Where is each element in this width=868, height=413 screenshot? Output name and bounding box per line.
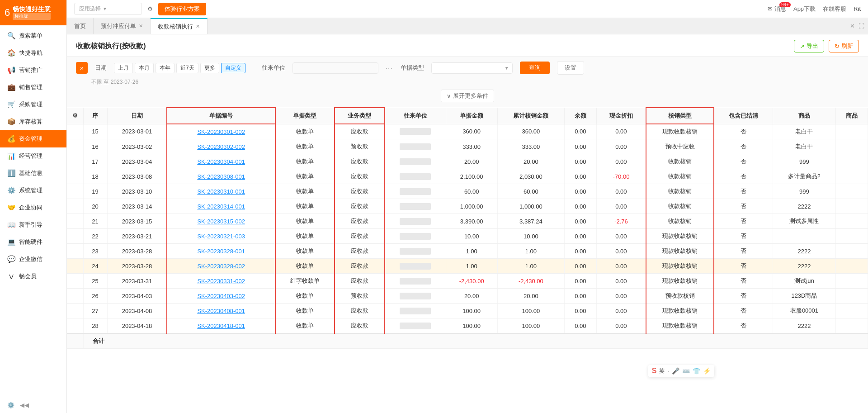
doc-no-link[interactable]: SK-20230328-001 [197,248,245,255]
doc-no-link[interactable]: SK-20230315-002 [197,218,245,225]
message-badge[interactable]: ✉ 消息 99+ [768,5,786,13]
table-row: 16 2023-03-02 SK-20230302-002 收款单 预收款 33… [67,139,868,154]
query-button[interactable]: 查询 [520,62,550,74]
doc-no-link[interactable]: SK-20230301-002 [197,128,245,135]
cell-settings[interactable] [67,184,83,199]
doc-type-select[interactable] [431,62,513,74]
partner-input[interactable] [292,62,378,74]
app-download-link[interactable]: App下载 [793,5,816,13]
th-settings[interactable]: ⚙ [67,108,83,124]
newbie-icon: 📖 [7,221,15,229]
cell-doc-no: SK-20230321-003 [167,229,275,244]
export-button[interactable]: ↗ 导出 [794,40,824,52]
app-select[interactable]: 应用选择 ▼ [74,3,142,15]
sidebar-item-system[interactable]: ⚙️ 系统管理 [0,182,66,199]
doc-no-link[interactable]: SK-20230328-002 [197,263,245,270]
date-buttons: 上月 本月 本年 近7天 更多 自定义 [114,63,245,73]
page-header: 收款核销执行(按收款) ↗ 导出 ↻ 刷新 [67,34,868,57]
cell-settings[interactable] [67,304,83,318]
tab-home[interactable]: 首页 [67,18,94,34]
expand-tab-icon[interactable]: ⛶ [859,23,864,29]
date-btn-this-year[interactable]: 本年 [156,63,175,73]
cell-goods2 [836,259,868,274]
doc-no-link[interactable]: SK-20230310-001 [197,188,245,195]
sidebar-item-basics[interactable]: ℹ️ 基础信息 [0,165,66,182]
cell-settings[interactable] [67,244,83,259]
cell-settings[interactable] [67,169,83,184]
marketing-icon: 📢 [7,66,15,74]
sidebar-item-label: 企业协同 [19,204,42,212]
sidebar-item-inventory[interactable]: 📦 库存核算 [0,113,66,130]
member-icon: V [7,273,15,280]
settings-button[interactable]: 设置 [557,61,584,75]
sidebar-item-enterprise[interactable]: 🤝 企业协同 [0,199,66,216]
sidebar-item-label: 资金管理 [19,135,42,143]
date-btn-7days[interactable]: 近7天 [176,63,198,73]
cell-settings[interactable] [67,199,83,214]
cell-include-settled: 否 [714,139,773,154]
sidebar-item-member[interactable]: V 畅会员 [0,268,66,285]
sidebar-item-quick-nav[interactable]: 🏠 快捷导航 [0,44,66,62]
expand-conditions-button[interactable]: ∨ 展开更多条件 [441,90,494,102]
cell-settings[interactable] [67,124,83,139]
cell-date: 2023-03-15 [107,214,167,229]
solution-button[interactable]: 体验行业方案 [158,3,206,15]
cell-settings[interactable] [67,139,83,154]
sidebar-item-marketing[interactable]: 📢 营销推广 [0,62,66,79]
sidebar-item-newbie[interactable]: 📖 新手引导 [0,216,66,233]
filter-toggle-button[interactable]: » [76,62,88,74]
doc-no-link[interactable]: SK-20230321-003 [197,233,245,240]
sidebar-item-finance[interactable]: 💰 资金管理 [0,130,66,147]
doc-no-link[interactable]: SK-20230314-001 [197,203,245,210]
collapse-icon[interactable]: ◀◀ [20,402,29,408]
tab-prepay[interactable]: 预付冲应付单 ✕ [94,18,151,34]
sidebar-item-operations[interactable]: 📊 经营管理 [0,147,66,165]
cell-settings[interactable] [67,259,83,274]
date-btn-more[interactable]: 更多 [200,63,219,73]
sidebar-item-sales[interactable]: 💼 销售管理 [0,79,66,96]
cell-date: 2023-04-18 [107,318,167,334]
doc-no-link[interactable]: SK-20230302-002 [197,143,245,150]
refresh-button[interactable]: ↻ 刷新 [829,40,859,52]
user-name[interactable]: Rit [854,5,861,12]
sidebar-item-label: 企业微信 [19,255,42,263]
settings-bottom-icon[interactable]: ⚙️ [7,402,14,408]
cell-settings[interactable] [67,154,83,169]
cell-balance: 0.00 [565,244,596,259]
cell-accum-amount: 2,030.00 [497,169,564,184]
doc-no-link[interactable]: SK-20230308-001 [197,173,245,180]
cell-amount: 2,100.00 [446,169,497,184]
cell-cash-discount: 0.00 [596,244,646,259]
cell-settings[interactable] [67,318,83,334]
sidebar-item-hardware[interactable]: 💻 智能硬件 [0,233,66,251]
cell-settings[interactable] [67,229,83,244]
sidebar-item-wechat[interactable]: 💬 企业微信 [0,251,66,268]
doc-no-link[interactable]: SK-20230403-002 [197,293,245,299]
date-btn-custom[interactable]: 自定义 [221,63,245,73]
gear-icon[interactable]: ⚙ [146,4,155,14]
tab-collection[interactable]: 收款核销执行 ✕ [151,18,208,34]
filter-row-2: 不限 至 2023-07-26 [76,78,859,86]
tab-prepay-close[interactable]: ✕ [139,23,143,29]
date-btn-last-month[interactable]: 上月 [114,63,133,73]
doc-no-link[interactable]: SK-20230418-001 [197,323,245,329]
cell-settings[interactable] [67,274,83,289]
cell-num: 22 [83,229,107,244]
cell-settings[interactable] [67,289,83,304]
doc-no-link[interactable]: SK-20230304-001 [197,158,245,165]
doc-no-link[interactable]: SK-20230408-001 [197,308,245,314]
cell-doc-no: SK-20230418-001 [167,318,275,334]
th-accum-amount: 累计核销金额 [497,108,564,124]
cell-settings[interactable] [67,214,83,229]
doc-no-link[interactable]: SK-20230331-002 [197,278,245,285]
cell-biz-type: 应收款 [335,184,385,199]
cell-doc-type: 收款单 [275,154,334,169]
date-btn-this-month[interactable]: 本月 [135,63,154,73]
online-support-link[interactable]: 在线客服 [823,5,846,13]
sidebar-item-purchase[interactable]: 🛒 采购管理 [0,96,66,113]
th-cancel-type: 核销类型 [646,108,714,124]
sidebar-item-search[interactable]: 🔍 搜索菜单 [0,27,66,44]
search-icon: 🔍 [7,32,15,40]
close-tab-icon[interactable]: ✕ [850,23,855,29]
tab-collection-close[interactable]: ✕ [196,24,200,29]
